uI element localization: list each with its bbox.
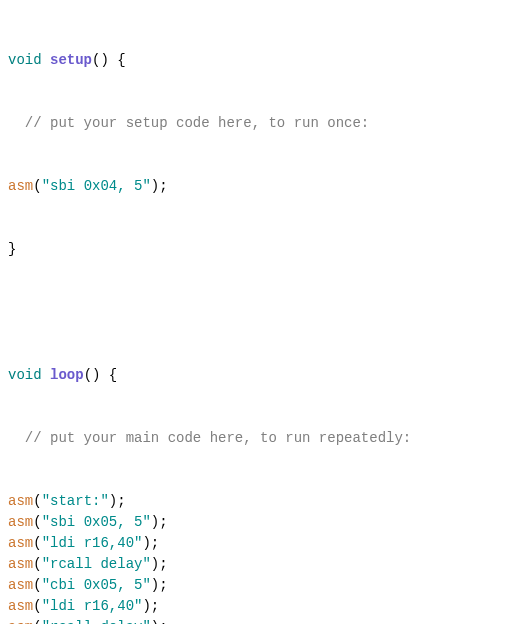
open-paren: ( (33, 493, 41, 509)
indent (8, 113, 25, 134)
asm-string: "ldi r16,40" (42, 535, 143, 551)
asm-line: asm("ldi r16,40"); (8, 533, 503, 554)
setup-signature-line: void setup() { (8, 50, 503, 71)
semicolon: ; (159, 556, 167, 572)
close-brace: } (8, 241, 16, 257)
open-paren: ( (33, 556, 41, 572)
asm-string: "sbi 0x04, 5" (42, 178, 151, 194)
asm-keyword: asm (8, 514, 33, 530)
close-paren: ) (142, 535, 150, 551)
paren: () (92, 52, 109, 68)
semicolon: ; (159, 619, 167, 624)
semicolon: ; (117, 493, 125, 509)
setup-close-brace-line: } (8, 239, 503, 260)
open-brace: { (100, 367, 117, 383)
comment-text: // put your main code here, to run repea… (25, 430, 411, 446)
open-paren: ( (33, 514, 41, 530)
setup-comment-line: // put your setup code here, to run once… (8, 113, 503, 134)
close-paren: ) (151, 178, 159, 194)
return-type: void (8, 367, 42, 383)
asm-string: "rcall delay" (42, 619, 151, 624)
code-block: void setup() { // put your setup code he… (8, 8, 503, 624)
asm-keyword: asm (8, 535, 33, 551)
asm-line: asm("ldi r16,40"); (8, 596, 503, 617)
close-paren: ) (151, 619, 159, 624)
return-type: void (8, 52, 42, 68)
function-name-loop: loop (50, 367, 84, 383)
asm-line: asm("sbi 0x05, 5"); (8, 512, 503, 533)
semicolon: ; (151, 598, 159, 614)
semicolon: ; (159, 577, 167, 593)
open-brace: { (109, 52, 126, 68)
loop-comment-line: // put your main code here, to run repea… (8, 428, 503, 449)
loop-signature-line: void loop() { (8, 365, 503, 386)
semicolon: ; (151, 535, 159, 551)
asm-keyword: asm (8, 598, 33, 614)
asm-string: "start:" (42, 493, 109, 509)
comment-text: // put your setup code here, to run once… (25, 115, 369, 131)
open-paren: ( (33, 178, 41, 194)
asm-string: "ldi r16,40" (42, 598, 143, 614)
asm-keyword: asm (8, 493, 33, 509)
asm-line: asm("rcall delay"); (8, 617, 503, 624)
open-paren: ( (33, 598, 41, 614)
asm-line: asm("start:"); (8, 491, 503, 512)
paren: () (84, 367, 101, 383)
asm-line: asm("sbi 0x04, 5"); (8, 176, 503, 197)
open-paren: ( (33, 577, 41, 593)
asm-keyword: asm (8, 619, 33, 624)
close-paren: ) (151, 514, 159, 530)
asm-string: "cbi 0x05, 5" (42, 577, 151, 593)
function-name-setup: setup (50, 52, 92, 68)
asm-keyword: asm (8, 178, 33, 194)
blank-line (8, 302, 503, 323)
close-paren: ) (151, 577, 159, 593)
close-paren: ) (109, 493, 117, 509)
semicolon: ; (159, 178, 167, 194)
asm-keyword: asm (8, 577, 33, 593)
close-paren: ) (142, 598, 150, 614)
asm-keyword: asm (8, 556, 33, 572)
asm-string: "rcall delay" (42, 556, 151, 572)
asm-line: asm("rcall delay"); (8, 554, 503, 575)
open-paren: ( (33, 619, 41, 624)
indent (8, 428, 25, 449)
semicolon: ; (159, 514, 167, 530)
asm-line: asm("cbi 0x05, 5"); (8, 575, 503, 596)
asm-string: "sbi 0x05, 5" (42, 514, 151, 530)
open-paren: ( (33, 535, 41, 551)
close-paren: ) (151, 556, 159, 572)
